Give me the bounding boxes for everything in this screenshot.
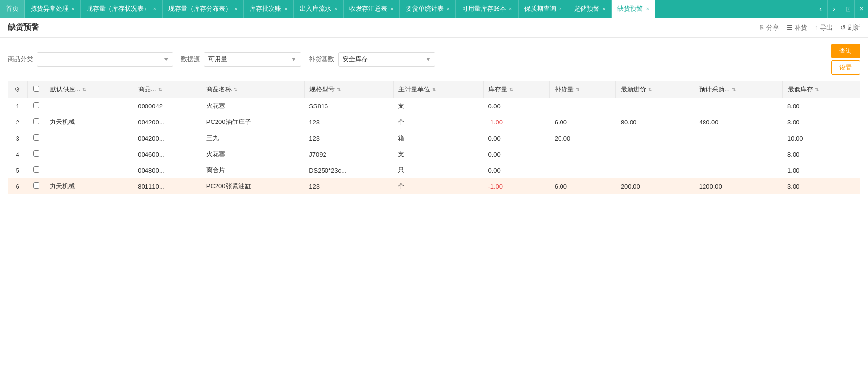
settings-button[interactable]: 设置 bbox=[831, 60, 860, 75]
tab-prev-button[interactable]: ‹ bbox=[814, 0, 827, 18]
supplement-base-select[interactable]: 安全库存 ▼ bbox=[338, 52, 435, 67]
row-checkbox-cell bbox=[27, 130, 45, 146]
tab-item-11[interactable]: 缺货预警× bbox=[612, 0, 655, 18]
th-est-purchase-sort[interactable]: 预计采购... ⇅ bbox=[699, 85, 777, 94]
export-button[interactable]: ↑ 导出 bbox=[815, 23, 833, 32]
tab-close-btn-2[interactable]: × bbox=[153, 6, 156, 12]
row-checkbox[interactable] bbox=[33, 182, 39, 189]
row-checkbox-cell bbox=[27, 178, 45, 194]
share-button[interactable]: ⎘ 分享 bbox=[760, 23, 779, 32]
row-min-stock: 1.00 bbox=[782, 162, 860, 178]
row-stock: 0.00 bbox=[483, 130, 549, 146]
table-container: ⚙ 默认供应... ⇅ 商品... bbox=[0, 81, 868, 194]
row-product-code: 004800... bbox=[133, 162, 201, 178]
row-est-purchase: 1200.00 bbox=[694, 178, 782, 194]
th-default-supplier: 默认供应... ⇅ bbox=[45, 81, 133, 98]
row-index: 5 bbox=[8, 162, 27, 178]
tab-close-btn-8[interactable]: × bbox=[509, 6, 512, 12]
row-min-stock: 10.00 bbox=[782, 130, 860, 146]
th-product-name-sort[interactable]: 商品名称 ⇅ bbox=[206, 85, 299, 94]
row-min-stock: 3.00 bbox=[782, 178, 860, 194]
row-min-stock: 8.00 bbox=[782, 146, 860, 162]
row-index: 6 bbox=[8, 178, 27, 194]
row-default-supplier: 力天机械 bbox=[45, 114, 133, 130]
tab-item-0[interactable]: 首页 bbox=[0, 0, 25, 18]
sort-icon-2: ⇅ bbox=[158, 87, 162, 92]
row-unit: 只 bbox=[393, 162, 483, 178]
tab-close-btn-6[interactable]: × bbox=[390, 6, 393, 12]
tab-item-6[interactable]: 收发存汇总表× bbox=[344, 0, 399, 18]
tab-close-button[interactable]: × bbox=[854, 0, 868, 18]
row-checkbox-cell bbox=[27, 98, 45, 114]
tab-item-2[interactable]: 现存量（库存状况表）× bbox=[81, 0, 162, 18]
query-button[interactable]: 查询 bbox=[831, 44, 860, 58]
supplement-button[interactable]: ☰ 补货 bbox=[787, 23, 807, 32]
th-min-stock: 最低库存 ⇅ bbox=[782, 81, 860, 98]
row-min-stock: 3.00 bbox=[782, 114, 860, 130]
row-est-purchase bbox=[694, 130, 782, 146]
tab-item-3[interactable]: 现存量（库存分布表）× bbox=[163, 0, 244, 18]
row-supplement-qty bbox=[550, 162, 616, 178]
th-supplement-qty-sort[interactable]: 补货量 ⇅ bbox=[555, 85, 611, 94]
row-product-name: 离合片 bbox=[201, 162, 304, 178]
row-checkbox[interactable] bbox=[33, 102, 39, 108]
tab-next-button[interactable]: › bbox=[827, 0, 841, 18]
datasource-filter-group: 数据源 可用量 ▼ bbox=[181, 52, 301, 67]
row-checkbox[interactable] bbox=[33, 166, 39, 173]
filter-right-buttons: 查询 设置 bbox=[831, 44, 860, 75]
tab-close-btn-4[interactable]: × bbox=[284, 6, 287, 12]
table-row: 3004200...三九123箱0.0020.0010.00 bbox=[8, 130, 860, 146]
column-settings-icon[interactable]: ⚙ bbox=[13, 85, 22, 94]
row-stock: 0.00 bbox=[483, 162, 549, 178]
tab-close-btn-11[interactable]: × bbox=[646, 6, 649, 12]
table-header-row: ⚙ 默认供应... ⇅ 商品... bbox=[8, 81, 860, 98]
row-checkbox-cell bbox=[27, 146, 45, 162]
row-index: 3 bbox=[8, 130, 27, 146]
tab-item-7[interactable]: 要货单统计表× bbox=[400, 0, 456, 18]
tab-item-4[interactable]: 库存批次账× bbox=[244, 0, 293, 18]
select-all-checkbox[interactable] bbox=[33, 86, 39, 92]
th-unit-sort[interactable]: 主计量单位 ⇅ bbox=[398, 85, 478, 94]
row-checkbox[interactable] bbox=[33, 118, 39, 124]
tab-close-btn-3[interactable]: × bbox=[235, 6, 237, 12]
tab-close-btn-10[interactable]: × bbox=[602, 6, 605, 12]
row-spec: 123 bbox=[304, 130, 393, 146]
th-min-stock-sort[interactable]: 最低库存 ⇅ bbox=[788, 85, 855, 94]
row-checkbox[interactable] bbox=[33, 150, 39, 157]
th-spec-sort[interactable]: 规格型号 ⇅ bbox=[309, 85, 388, 94]
sort-icon-4: ⇅ bbox=[337, 87, 341, 92]
th-stock-sort[interactable]: 库存量 ⇅ bbox=[488, 85, 544, 94]
header-actions: ⎘ 分享 ☰ 补货 ↑ 导出 ↺ 刷新 bbox=[760, 23, 861, 32]
tab-bar: 首页拣货异常处理×现存量（库存状况表）×现存量（库存分布表）×库存批次账×出入库… bbox=[0, 0, 868, 18]
tab-close-btn-1[interactable]: × bbox=[72, 6, 74, 12]
row-supplement-qty bbox=[550, 98, 616, 114]
datasource-select[interactable]: 可用量 ▼ bbox=[204, 52, 301, 67]
row-index: 2 bbox=[8, 114, 27, 130]
tab-item-10[interactable]: 超储预警× bbox=[568, 0, 612, 18]
tab-close-btn-5[interactable]: × bbox=[334, 6, 337, 12]
th-latest-price-sort[interactable]: 最新进价 ⇅ bbox=[621, 85, 689, 94]
category-select[interactable] bbox=[37, 52, 173, 67]
row-spec: DS250*23c... bbox=[304, 162, 393, 178]
datasource-label: 数据源 bbox=[181, 55, 200, 64]
refresh-button[interactable]: ↺ 刷新 bbox=[840, 23, 860, 32]
tab-item-9[interactable]: 保质期查询× bbox=[519, 0, 568, 18]
th-default-supplier-sort[interactable]: 默认供应... ⇅ bbox=[50, 85, 128, 94]
tab-close-btn-9[interactable]: × bbox=[559, 6, 562, 12]
th-supplement-qty: 补货量 ⇅ bbox=[550, 81, 616, 98]
tab-close-btn-7[interactable]: × bbox=[447, 6, 450, 12]
tab-item-8[interactable]: 可用量库存账本× bbox=[456, 0, 518, 18]
th-unit: 主计量单位 ⇅ bbox=[393, 81, 483, 98]
filter-area: 商品分类 数据源 可用量 ▼ 补货基数 安全库存 ▼ 查询 设置 bbox=[0, 38, 868, 81]
th-product-code-sort[interactable]: 商品... ⇅ bbox=[138, 85, 196, 94]
tab-item-5[interactable]: 出入库流水× bbox=[294, 0, 344, 18]
table-row: 5004800...离合片DS250*23c...只0.001.00 bbox=[8, 162, 860, 178]
row-product-name: PC200油缸庄子 bbox=[201, 114, 304, 130]
row-product-code: 004200... bbox=[133, 130, 201, 146]
tab-restore-button[interactable]: ⊡ bbox=[841, 0, 854, 18]
row-checkbox[interactable] bbox=[33, 134, 39, 141]
tab-item-1[interactable]: 拣货异常处理× bbox=[25, 0, 81, 18]
data-table: ⚙ 默认供应... ⇅ 商品... bbox=[8, 81, 860, 194]
row-spec: SS816 bbox=[304, 98, 393, 114]
sort-icon: ⇅ bbox=[82, 87, 86, 92]
